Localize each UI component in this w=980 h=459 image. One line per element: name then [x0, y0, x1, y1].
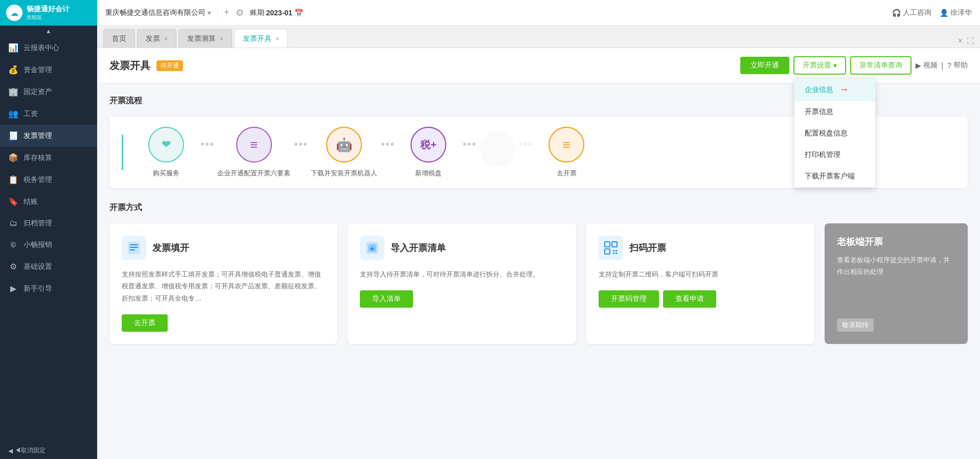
play-circle-icon: ▶: [916, 61, 921, 70]
sidebar-item-label-zijin: 资金管理: [24, 65, 52, 75]
sidebar-item-jichu[interactable]: ⚙ 基础设置: [0, 256, 97, 278]
scan-invoice-card: 扫码开票 支持定制开票二维码，客户端可扫码开票 开票码管理 查看申请: [586, 223, 814, 344]
fapiao-icon: 🧾: [8, 131, 18, 141]
boss-invoice-title: 老板端开票: [837, 236, 955, 248]
tab-home[interactable]: 首页: [103, 29, 135, 48]
calendar-icon[interactable]: 📅: [294, 9, 303, 17]
tab-fapiao[interactable]: 发票 ×: [137, 29, 176, 48]
sidebar-item-gudingzichan[interactable]: 🏢 固定资产: [0, 81, 97, 103]
company-dropdown-icon: ▾: [208, 9, 211, 17]
dropdown-item-printer[interactable]: 打印机管理: [794, 144, 875, 166]
user-menu[interactable]: 👤 徐泽华: [940, 8, 972, 17]
kucun-icon: 📦: [8, 153, 18, 163]
sidebar-item-label-xinshou: 新手引导: [24, 284, 52, 293]
company-selector[interactable]: 重庆畅捷交通信息咨询有限公司 ▾: [105, 8, 211, 17]
window-expand-btn[interactable]: ⛶: [967, 37, 974, 45]
add-taxdisk-label: 新增税盘: [415, 169, 442, 178]
scan-invoice-desc: 支持定制开票二维码，客户端可扫码开票: [599, 268, 802, 280]
invoice-methods-title: 开票方式: [109, 202, 968, 213]
connector-1: [197, 143, 217, 146]
app-badge: 旗舰版: [27, 14, 70, 21]
connector-5: [515, 143, 536, 146]
settings-dropdown-arrow: ▾: [833, 61, 837, 70]
svg-rect-9: [616, 250, 617, 251]
topbar-right: 🎧 人工咨询 👤 徐泽华: [892, 8, 972, 17]
dropdown-label-invoice-info: 开票信息: [805, 107, 833, 117]
video-button[interactable]: ▶ 视频 | ? 帮助: [916, 61, 968, 70]
dropdown-item-invoice-info[interactable]: 开票信息: [794, 101, 875, 123]
sidebar-unpin-btn[interactable]: ◀ ◀取消固定: [0, 442, 97, 459]
abnormal-button[interactable]: 异常清单查询: [850, 56, 911, 75]
tab-fapiao-close[interactable]: ×: [164, 35, 168, 42]
settings-icon[interactable]: ⚙: [236, 7, 244, 18]
sidebar-item-label-guidang: 归档管理: [24, 219, 52, 228]
dropdown-item-tax-disk[interactable]: 配置税盘信息: [794, 123, 875, 144]
account-period-label: 账期: [250, 8, 264, 17]
dropdown-item-company-info[interactable]: 企业信息 →: [794, 78, 875, 101]
sidebar-item-shuiwu[interactable]: 📋 税务管理: [0, 169, 97, 191]
connector-2: [290, 143, 311, 146]
scan-invoice-btn[interactable]: 开票码管理: [599, 290, 659, 308]
fill-invoice-btn[interactable]: 去开票: [122, 314, 168, 332]
sidebar: ☁ 畅捷通好会计 旗舰版 ▲ 📊 云报表中心 💰 资金管理 🏢 固定资产 👥 工…: [0, 0, 97, 459]
logo-area: ☁ 畅捷通好会计 旗舰版: [0, 0, 97, 26]
svg-rect-5: [605, 242, 610, 247]
jichu-icon: ⚙: [8, 262, 18, 271]
sidebar-item-zijin[interactable]: 💰 资金管理: [0, 59, 97, 81]
sidebar-item-guidang[interactable]: 🗂 归档管理: [0, 213, 97, 234]
buy-service-label: 购买服务: [153, 169, 179, 178]
config-enterprise-label: 企业开通配置开票六要素: [217, 169, 290, 178]
sidebar-scroll-up[interactable]: ▲: [0, 26, 97, 37]
flow-step-download: 🤖 下载并安装开票机器人: [311, 127, 377, 178]
account-period: 账期 2023-01 📅: [250, 8, 303, 17]
svg-rect-1: [130, 244, 138, 245]
sidebar-item-jiezhang[interactable]: 🔖 结账: [0, 191, 97, 213]
red-arrow-indicator: →: [839, 84, 849, 95]
svg-rect-7: [605, 249, 610, 254]
tab-fapiaocesuan-close[interactable]: ×: [220, 35, 223, 42]
boss-invoice-card: 老板端开票 查看老板端小程序提交的开票申请，并作出相应的处理 敬请期待: [825, 223, 968, 344]
sidebar-item-label-kucun: 库存核算: [24, 153, 52, 163]
zijin-icon: 💰: [8, 65, 18, 75]
top-bar: 重庆畅捷交通信息咨询有限公司 ▾ + ⚙ 账期 2023-01 📅 🎧 人工咨询…: [97, 0, 980, 26]
fill-invoice-title: 发票填开: [152, 242, 189, 254]
scan-invoice-header: 扫码开票: [599, 236, 802, 260]
service-btn[interactable]: 🎧 人工咨询: [892, 8, 931, 17]
svg-rect-8: [613, 250, 614, 251]
import-list-btn[interactable]: 导入清单: [360, 290, 413, 308]
activate-button[interactable]: 立即开通: [740, 57, 789, 74]
connector-4: [459, 143, 480, 146]
question-icon: ?: [947, 61, 951, 70]
sidebar-item-xiaochang[interactable]: © 小畅报销: [0, 234, 97, 256]
dropdown-label-company-info: 企业信息: [805, 85, 833, 95]
sidebar-item-fapiao[interactable]: 🧾 发票管理: [0, 125, 97, 147]
svg-rect-11: [616, 253, 617, 254]
disabled-badge: 敬请期待: [837, 318, 874, 332]
tab-fapiaokanju[interactable]: 发票开具 ×: [234, 29, 288, 48]
fill-invoice-card: 发票填开 支持按照发票样式手工填开发票；可开具增值税电子普通发票、增值税普通发票…: [109, 223, 337, 344]
sidebar-item-xinshou[interactable]: ▶ 新手引导: [0, 278, 97, 300]
download-robot-icon: 🤖: [326, 127, 362, 163]
window-close-btn[interactable]: ×: [958, 36, 963, 45]
jiezhang-icon: 🔖: [8, 197, 18, 206]
scan-invoice-btn2[interactable]: 查看申请: [663, 290, 716, 308]
tab-fapiaocesuan-label: 发票测算: [187, 34, 216, 43]
settings-button[interactable]: 开票设置 ▾: [793, 56, 846, 75]
user-name-text: 徐泽华: [950, 8, 972, 17]
sidebar-item-gongzi[interactable]: 👥 工资: [0, 103, 97, 125]
cards-row: 发票填开 支持按照发票样式手工填开发票；可开具增值税电子普通发票、增值税普通发票…: [109, 223, 968, 344]
page-title: 发票开具: [109, 59, 150, 73]
dropdown-item-download-client[interactable]: 下载开票客户端: [794, 166, 875, 187]
sidebar-item-kucun[interactable]: 📦 库存核算: [0, 147, 97, 169]
tab-fapiaocesuan[interactable]: 发票测算 ×: [178, 29, 232, 48]
sidebar-item-yunbao[interactable]: 📊 云报表中心: [0, 37, 97, 59]
xinshou-icon: ▶: [8, 284, 18, 293]
import-list-title: 导入开票清单: [391, 242, 446, 254]
settings-dropdown-menu: 企业信息 → 开票信息 配置税盘信息 打印机管理 下: [794, 78, 876, 188]
tab-fapiaokanju-close[interactable]: ×: [276, 35, 279, 42]
go-invoice-icon: ≡: [549, 127, 584, 163]
add-button[interactable]: +: [224, 7, 230, 18]
user-avatar-icon: 👤: [940, 9, 948, 17]
settings-btn-label: 开票设置: [803, 61, 831, 70]
app-name: 畅捷通好会计: [27, 5, 70, 14]
